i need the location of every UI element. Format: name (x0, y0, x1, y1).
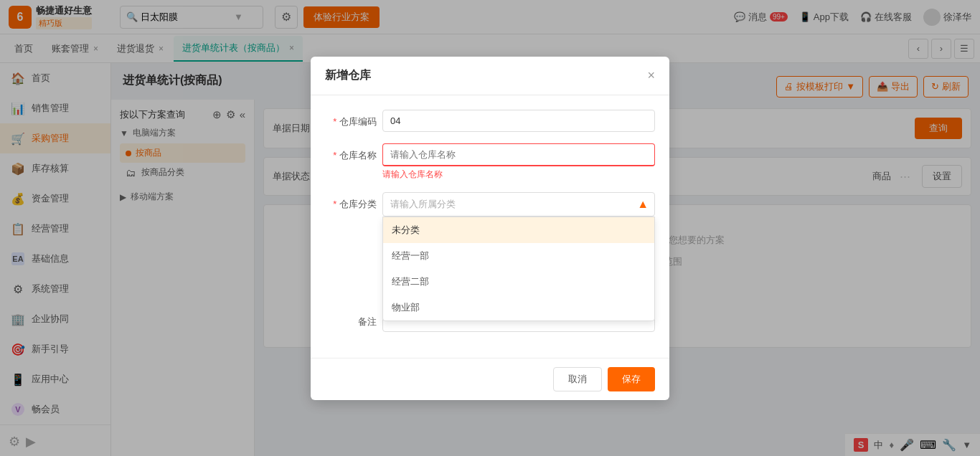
name-input[interactable] (382, 143, 655, 166)
notes-label: 备注 (325, 310, 382, 328)
category-input[interactable]: 请输入所属分类 ▲ (382, 192, 655, 217)
category-placeholder: 请输入所属分类 (390, 198, 456, 211)
save-button[interactable]: 保存 (608, 367, 655, 391)
modal-body: * 仓库编码 * 仓库名称 请输入仓库名称 * (311, 95, 669, 358)
modal-header: 新增仓库 × (311, 57, 669, 95)
cancel-button[interactable]: 取消 (553, 367, 602, 391)
name-label: * 仓库名称 (325, 143, 382, 162)
code-label: * 仓库编码 (325, 110, 382, 128)
code-form-row: * 仓库编码 (325, 110, 655, 132)
dropdown-item-dept2[interactable]: 经营二部 (383, 269, 654, 295)
category-arrow-up-icon: ▲ (637, 198, 649, 211)
name-input-wrap: 请输入仓库名称 (382, 143, 655, 181)
modal-overlay[interactable]: 新增仓库 × * 仓库编码 * 仓库名称 请输入仓库名称 (0, 0, 980, 456)
dropdown-item-uncategorized[interactable]: 未分类 (383, 217, 654, 243)
name-form-row: * 仓库名称 请输入仓库名称 (325, 143, 655, 181)
category-dropdown: 未分类 经营一部 经营二部 物业部 (382, 217, 655, 321)
dropdown-item-dept3[interactable]: 物业部 (383, 295, 654, 320)
code-input[interactable] (382, 110, 655, 132)
category-form-row: * 仓库分类 请输入所属分类 ▲ 未分类 经营一部 经营二部 物业部 (325, 192, 655, 217)
name-required: * (333, 150, 336, 161)
category-label: * 仓库分类 (325, 192, 382, 211)
add-warehouse-modal: 新增仓库 × * 仓库编码 * 仓库名称 请输入仓库名称 (311, 57, 669, 400)
name-error-message: 请输入仓库名称 (382, 168, 655, 181)
modal-title: 新增仓库 (325, 68, 371, 83)
category-select-wrap: 请输入所属分类 ▲ 未分类 经营一部 经营二部 物业部 (382, 192, 655, 217)
modal-close-button[interactable]: × (647, 68, 655, 83)
modal-footer: 取消 保存 (311, 358, 669, 400)
code-required: * (333, 116, 336, 127)
dropdown-item-dept1[interactable]: 经营一部 (383, 243, 654, 269)
cat-required: * (333, 199, 336, 209)
